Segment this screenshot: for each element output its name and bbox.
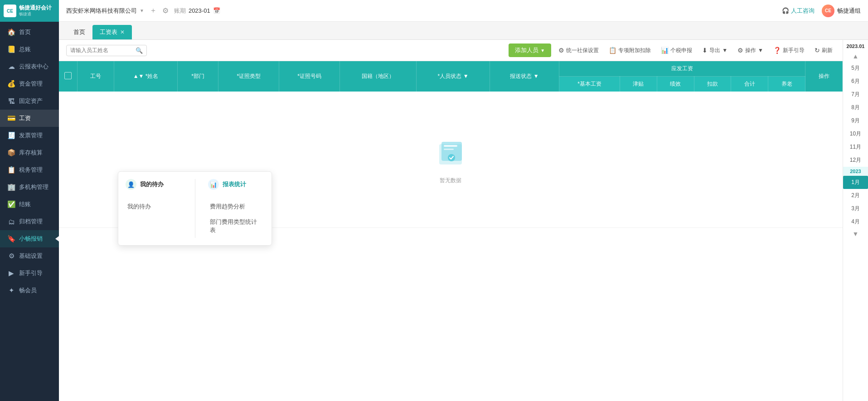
th-idtype: *证照类型 xyxy=(218,61,279,92)
sidebar-icon-invoice: 🧾 xyxy=(7,131,15,140)
sidebar-label-xiaochang: 小畅报销 xyxy=(19,235,43,243)
caozuo-action[interactable]: ⚙ 操作 ▼ xyxy=(735,45,766,56)
daochu-label: 导出 xyxy=(709,47,720,54)
headset-icon: 🎧 xyxy=(782,7,789,14)
th-salary-group: 应发工资 xyxy=(559,61,805,77)
add-icon[interactable]: ＋ xyxy=(150,6,157,15)
person-status-filter-icon: ▼ xyxy=(463,73,469,79)
shebao-label: 统一社保设置 xyxy=(566,47,599,54)
calendar-icon[interactable]: 📅 xyxy=(213,7,220,14)
month-6[interactable]: 6月 xyxy=(843,75,868,88)
guide-label: 新手引导 xyxy=(783,47,805,54)
report-col-title: 报表统计 xyxy=(223,180,246,188)
sidebar-item-ledger[interactable]: 📒 总账 xyxy=(0,41,59,58)
sidebar-label-guide: 新手引导 xyxy=(19,269,43,277)
sidebar-item-capital[interactable]: 💰 资金管理 xyxy=(0,75,59,92)
month-navigator: 2023.01 ▲ 5月 6月 7月 8月 9月 10月 11月 12月 202… xyxy=(843,40,868,401)
todo-col-icon: 👤 xyxy=(126,179,136,190)
user-menu[interactable]: CE 畅捷通组 xyxy=(822,5,861,17)
month-5[interactable]: 5月 xyxy=(843,62,868,75)
tab-home-label: 首页 xyxy=(73,28,85,36)
sidebar-item-home[interactable]: 🏠 首页 xyxy=(0,24,59,41)
popup-divider xyxy=(195,179,195,238)
sidebar-item-basic[interactable]: ⚙ 基础设置 xyxy=(0,247,59,265)
sidebar-label-invoice: 发票管理 xyxy=(19,131,43,140)
select-all-checkbox[interactable] xyxy=(64,72,72,79)
month-7[interactable]: 7月 xyxy=(843,88,868,101)
sidebar-item-multi[interactable]: 🏢 多机构管理 xyxy=(0,179,59,196)
company-selector[interactable]: 西安虾米网络科技有限公司 ▼ xyxy=(66,7,144,15)
empty-icon xyxy=(432,135,469,171)
tab-salary-label: 工资表 xyxy=(100,28,117,36)
sidebar-item-fixed[interactable]: 🏗 固定资产 xyxy=(0,92,59,110)
th-name[interactable]: ▲▼ *姓名 xyxy=(114,61,178,92)
service-button[interactable]: 🎧 人工咨询 xyxy=(782,7,815,15)
sidebar-item-archive[interactable]: 🗂 归档管理 xyxy=(0,213,59,230)
month-3[interactable]: 3月 xyxy=(843,202,868,215)
sidebar-icon-balance: ✅ xyxy=(7,200,15,208)
sidebar-item-guide[interactable]: ▶ 新手引导 xyxy=(0,265,59,282)
add-person-arrow-icon: ▼ xyxy=(540,48,545,53)
th-person-status[interactable]: *人员状态 ▼ xyxy=(417,61,490,92)
settings-icon[interactable]: ⚙ xyxy=(162,6,169,15)
zhuanxiang-icon: 📋 xyxy=(609,47,616,54)
month-9[interactable]: 9月 xyxy=(843,114,868,127)
empty-text: 暂无数据 xyxy=(440,177,461,184)
checkbox-header-col[interactable] xyxy=(59,61,77,92)
shebao-action[interactable]: ⚙ 统一社保设置 xyxy=(556,45,601,56)
caozuo-label: 操作 xyxy=(745,47,756,54)
guide-action[interactable]: ❓ 新手引导 xyxy=(771,45,807,56)
logo-icon: CE xyxy=(4,5,16,17)
popup-item-my-todo[interactable]: 我的待办 xyxy=(126,199,182,214)
tab-home[interactable]: 首页 xyxy=(66,25,92,39)
zhuanxiang-label: 专项附加扣除 xyxy=(618,47,651,54)
topbar-right: 🎧 人工咨询 CE 畅捷通组 xyxy=(782,5,861,17)
refresh-icon: ↻ xyxy=(815,47,820,54)
add-person-button[interactable]: 添加人员 ▼ xyxy=(509,43,551,57)
month-2[interactable]: 2月 xyxy=(843,189,868,202)
report-col-icon: 📊 xyxy=(208,179,219,190)
sidebar-item-xiaochang[interactable]: 🔖 小畅报销 xyxy=(0,230,59,247)
refresh-action[interactable]: ↻ 刷新 xyxy=(812,45,835,56)
month-nav-down-arrow[interactable]: ▼ xyxy=(851,228,861,239)
tab-salary[interactable]: 工资表 ✕ xyxy=(92,25,132,39)
month-12[interactable]: 12月 xyxy=(843,154,868,167)
month-1-active[interactable]: 1月 xyxy=(843,176,868,189)
sidebar-label-cloud: 云报表中心 xyxy=(19,63,48,71)
zhuanxiang-action[interactable]: 📋 专项附加扣除 xyxy=(606,45,654,56)
tabbar: 首页 工资表 ✕ xyxy=(59,22,868,40)
sidebar-item-salary[interactable]: 💳 工资 xyxy=(0,110,59,127)
table-header-row1: 工号 ▲▼ *姓名 *部门 *证照类型 *证照号码 国籍（地区） *人员状态 ▼… xyxy=(59,61,843,77)
guide-icon: ❓ xyxy=(773,47,781,54)
sidebar-item-balance[interactable]: ✅ 结账 xyxy=(0,196,59,213)
month-4[interactable]: 4月 xyxy=(843,215,868,228)
th-gonghaio: 工号 xyxy=(77,61,114,92)
sidebar-icon-fixed: 🏗 xyxy=(7,97,15,105)
month-nav-up-arrow[interactable]: ▲ xyxy=(851,51,861,62)
svg-rect-2 xyxy=(444,145,457,147)
sidebar-item-member[interactable]: ✦ 畅会员 xyxy=(0,282,59,299)
main-toolbar: 🔍 添加人员 ▼ ⚙ 统一社保设置 📋 专项附加扣除 xyxy=(59,40,843,61)
daochu-action[interactable]: ⬇ 导出 ▼ xyxy=(699,45,730,56)
sidebar-item-tax[interactable]: 📋 税务管理 xyxy=(0,161,59,179)
month-10[interactable]: 10月 xyxy=(843,127,868,140)
sidebar-label-salary: 工资 xyxy=(19,114,31,122)
month-11[interactable]: 11月 xyxy=(843,140,868,154)
geshuishen-action[interactable]: 📊 个税申报 xyxy=(658,45,695,56)
report-status-filter-icon: ▼ xyxy=(533,73,539,79)
popup-item-cost-trend[interactable]: 费用趋势分析 xyxy=(208,199,265,214)
popup-item-dept-cost[interactable]: 部门费用类型统计表 xyxy=(208,214,265,238)
search-input[interactable] xyxy=(70,47,134,53)
topbar: 西安虾米网络科技有限公司 ▼ ＋ ⚙ 账期 2023-01 📅 🎧 人工咨询 C… xyxy=(59,0,868,22)
sidebar-item-stock[interactable]: 📦 库存核算 xyxy=(0,144,59,161)
sidebar-icon-multi: 🏢 xyxy=(7,183,15,191)
logo-sub: 畅捷通 xyxy=(19,11,52,17)
sidebar-item-invoice[interactable]: 🧾 发票管理 xyxy=(0,127,59,144)
tab-close-icon[interactable]: ✕ xyxy=(120,29,125,35)
month-8[interactable]: 8月 xyxy=(843,101,868,114)
popup-col-report-header: 📊 报表统计 xyxy=(208,179,265,193)
th-base-salary: *基本工资 xyxy=(559,77,620,92)
sidebar-item-cloud[interactable]: ☁ 云报表中心 xyxy=(0,58,59,75)
th-report-status[interactable]: 报送状态 ▼ xyxy=(490,61,559,92)
geshuishen-icon: 📊 xyxy=(661,47,669,54)
